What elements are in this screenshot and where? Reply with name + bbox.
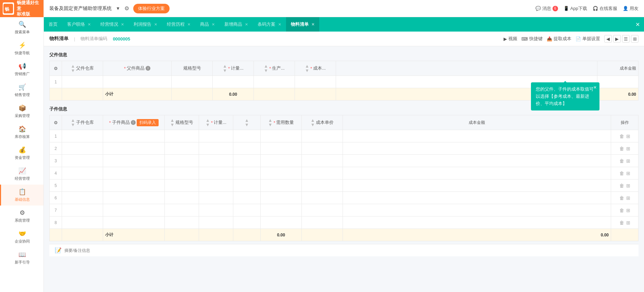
sidebar-item-5[interactable]: 🏠库存核算 [0,122,44,143]
sidebar-item-10[interactable]: 🤝企业协同 [0,226,44,247]
view-btn[interactable]: ▶ 视频 [504,36,517,42]
nav-tab-3[interactable]: 利润报告✕ [129,17,162,32]
menu-btn[interactable]: ☰ [622,35,630,43]
single-settings-btn[interactable]: 📄 单据设置 [575,36,600,42]
sidebar-item-11[interactable]: 📖新手引导 [0,247,44,268]
nav-tab-1[interactable]: 客户联络✕ [62,17,96,32]
child-unit-5[interactable] [199,179,233,192]
copy-icon-6[interactable]: ⊞ [626,195,630,201]
product-info-icon[interactable]: i [146,66,150,71]
nav-tab-5[interactable]: 商品✕ [195,17,220,32]
delete-icon-2[interactable]: 🗑 [619,146,624,151]
sidebar-item-8[interactable]: 📋基础信息 [0,185,44,206]
child-extra-7[interactable] [233,204,261,217]
child-unit-6[interactable] [199,192,233,204]
child-product-8[interactable] [103,217,165,229]
parent-warehouse-cell[interactable] [62,76,103,88]
copy-icon-3[interactable]: ⊞ [626,158,630,164]
child-spec-8[interactable] [165,217,199,229]
child-spec-6[interactable] [165,192,199,204]
expand-btn[interactable]: ⊞ [631,35,639,43]
child-col-settings[interactable]: ⚙ [50,115,62,130]
delete-icon-8[interactable]: 🗑 [619,220,624,225]
child-needed-4[interactable] [261,167,302,179]
tab-close-8[interactable]: ✕ [311,22,314,27]
copy-icon-8[interactable]: ⊞ [626,220,630,225]
parent-unit-cell[interactable] [213,76,254,88]
copy-icon-4[interactable]: ⊞ [626,171,630,176]
sidebar-item-3[interactable]: 🛒销售管理 [0,80,44,101]
child-needed-5[interactable] [261,179,302,192]
sidebar-item-4[interactable]: 📦采购管理 [0,101,44,122]
sidebar-item-9[interactable]: ⚙系统管理 [0,206,44,226]
child-spec-7[interactable] [165,204,199,217]
child-needed-3[interactable] [261,155,302,167]
child-needed-2[interactable] [261,142,302,155]
system-dropdown-btn[interactable]: ▼ [116,6,120,11]
sidebar-item-1[interactable]: ⚡快捷导航 [0,38,44,59]
copy-icon-1[interactable]: ⊞ [626,133,630,139]
child-spec-3[interactable] [165,155,199,167]
child-product-7[interactable] [103,204,165,217]
tooltip-close-btn[interactable]: ✕ [593,84,597,91]
child-unit-cost-3[interactable] [302,155,343,167]
nav-tab-0[interactable]: 首页 [44,17,62,32]
child-unit-cost-5[interactable] [302,179,343,192]
copy-icon-2[interactable]: ⊞ [626,146,630,151]
child-unit-1[interactable] [199,130,233,142]
child-extra-2[interactable] [233,142,261,155]
copy-icon-7[interactable]: ⊞ [626,208,630,213]
app-download-btn[interactable]: 📱 App下载 [564,5,587,12]
sidebar-item-6[interactable]: 💰资金管理 [0,143,44,164]
child-spec-4[interactable] [165,167,199,179]
child-info-icon[interactable]: i [131,120,136,125]
copy-icon-5[interactable]: ⊞ [626,183,630,188]
nav-tab-6[interactable]: 新增商品✕ [220,17,253,32]
child-unit-8[interactable] [199,217,233,229]
child-needed-7[interactable] [261,204,302,217]
child-warehouse-8[interactable] [62,217,103,229]
extract-cost-btn[interactable]: 📥 提取成本 [547,36,571,42]
tab-close-3[interactable]: ✕ [154,22,157,27]
delete-icon-5[interactable]: 🗑 [619,183,624,188]
child-unit-cost-8[interactable] [302,217,343,229]
parent-col-settings[interactable]: ⚙ [50,61,62,76]
shortcut-btn[interactable]: ⌨ 快捷键 [521,36,543,42]
child-product-6[interactable] [103,192,165,204]
close-all-tabs-btn[interactable]: ✕ [631,21,644,28]
user-menu[interactable]: 👤 用友 [623,5,639,12]
tab-close-7[interactable]: ✕ [278,22,281,27]
child-warehouse-2[interactable] [62,142,103,155]
tab-close-2[interactable]: ✕ [121,22,124,27]
tab-close-5[interactable]: ✕ [212,22,215,27]
delete-icon-1[interactable]: 🗑 [619,133,624,139]
child-extra-1[interactable] [233,130,261,142]
trial-btn[interactable]: 体验行业方案 [133,4,170,13]
child-needed-6[interactable] [261,192,302,204]
child-needed-8[interactable] [261,217,302,229]
prev-page-btn[interactable]: ◀ [604,35,612,43]
child-warehouse-1[interactable] [62,130,103,142]
nav-tab-4[interactable]: 经营历程✕ [162,17,195,32]
parent-product-cell[interactable] [103,76,172,88]
child-unit-2[interactable] [199,142,233,155]
child-unit-7[interactable] [199,204,233,217]
child-extra-3[interactable] [233,155,261,167]
child-unit-4[interactable] [199,167,233,179]
child-extra-8[interactable] [233,217,261,229]
online-service-btn[interactable]: 🎧 在线客服 [593,5,617,12]
child-product-3[interactable] [103,155,165,167]
parent-cost-cell[interactable] [295,76,336,88]
child-unit-cost-4[interactable] [302,167,343,179]
sidebar-item-2[interactable]: 📢营销推广 [0,59,44,80]
child-extra-5[interactable] [233,179,261,192]
child-unit-3[interactable] [199,155,233,167]
delete-icon-3[interactable]: 🗑 [619,158,624,164]
delete-icon-4[interactable]: 🗑 [619,171,624,176]
delete-icon-6[interactable]: 🗑 [619,195,624,201]
child-product-4[interactable] [103,167,165,179]
child-product-1[interactable] [103,130,165,142]
child-spec-1[interactable] [165,130,199,142]
sidebar-item-0[interactable]: 🔍搜索菜单 [0,17,44,38]
message-btn[interactable]: 💬 消息 6 [535,5,558,12]
